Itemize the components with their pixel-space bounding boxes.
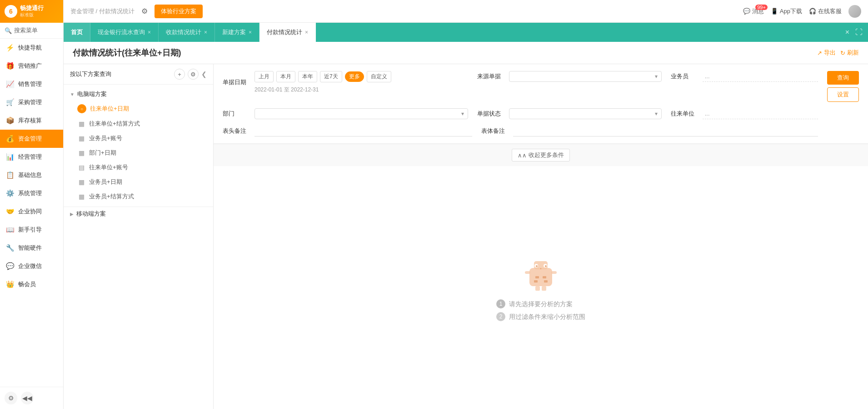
sidebar-collapse-btn[interactable]: ◀◀ [21,392,34,404]
sidebar-item-member[interactable]: 👑 畅会员 [0,275,63,293]
sidebar-settings-btn[interactable]: ⚙ [5,392,17,404]
tab-receipt-stats[interactable]: 收款情况统计 × [159,23,215,42]
scheme-item-active-icon: ○ [77,104,86,113]
salesman-input[interactable]: ... [703,71,818,82]
dept-select[interactable]: ▾ [254,108,468,119]
sidebar-item-purchase[interactable]: 🛒 采购管理 [0,93,63,111]
sales-icon: 📈 [5,80,15,89]
scheme-mobile-header[interactable]: ▶ 移动端方案 [64,207,213,221]
wechat-icon: 💬 [5,262,15,271]
export-btn[interactable]: ↗ 导出 [817,49,836,57]
svg-rect-9 [534,280,538,283]
scheme-add-btn[interactable]: + [174,69,185,80]
trial-btn[interactable]: 体验行业方案 [155,5,203,18]
service-icon: 🎧 [809,8,816,15]
date-last-month-btn[interactable]: 上月 [254,71,274,82]
date-buttons: 上月 本月 本年 近7天 更多 自定义 2022-01-0 [254,71,458,94]
date-7days-btn[interactable]: 近7天 [320,71,342,82]
dept-select-arrow: ▾ [461,111,464,117]
sidebar-item-system[interactable]: ⚙️ 系统管理 [0,184,63,202]
collapse-icon: ∧∧ [518,152,527,159]
logo-icon: 6 [5,5,17,18]
sidebar-item-wechat[interactable]: 💬 企业微信 [0,257,63,275]
scheme-desktop-header[interactable]: ▼ 电脑端方案 [64,87,213,101]
scheme-item-salesman-date[interactable]: ▦ 业务员+日期 [64,175,213,189]
tabs-maximize-btn[interactable]: ⛶ [853,26,864,38]
empty-robot-icon [518,252,564,298]
scheme-item-salesman-settle[interactable]: ▦ 业务员+结算方式 [64,189,213,204]
app-icon: 📱 [771,8,778,15]
sidebar-item-hardware[interactable]: 🔧 智能硬件 [0,239,63,257]
message-btn[interactable]: 💬 消息 99+ [743,7,764,15]
svg-rect-13 [535,286,540,291]
sidebar-item-guide[interactable]: 📖 新手引导 [0,221,63,239]
scheme-item-dept-date[interactable]: ▦ 部门+日期 [64,146,213,160]
date-range-text: 2022-01-01 至 2022-12-31 [254,86,319,93]
tab-cash-flow[interactable]: 现金银行流水查询 × [90,23,159,42]
scheme-settings-btn[interactable]: ⚙ [188,69,199,80]
sidebar-item-operations[interactable]: 📊 经营管理 [0,148,63,166]
user-avatar[interactable] [848,5,861,18]
app-download-btn[interactable]: 📱 App下载 [771,7,802,15]
desktop-arrow-icon: ▼ [70,92,75,97]
sidebar-item-enterprise[interactable]: 🤝 企业协同 [0,202,63,221]
sidebar-item-inventory[interactable]: 📦 库存核算 [0,111,63,130]
page-header: 付款情况统计(往来单位+日期) ↗ 导出 ↻ 刷新 [64,42,868,64]
more-conditions-bar: ∧∧ 收起更多条件 [214,144,868,166]
tab-new-scheme[interactable]: 新建方案 × [215,23,259,42]
search-icon: 🔍 [5,27,12,34]
right-panel: 单据日期 上月 本月 本年 近7天 更多 [214,64,868,409]
scheme-panel-header: 按以下方案查询 + ⚙ ❮ [64,64,213,85]
scheme-collapse-btn[interactable]: ❮ [201,71,207,78]
tab-payment-stats[interactable]: 付款情况统计 × [259,23,316,42]
empty-tips: 1 请先选择要分析的方案 2 用过滤条件来缩小分析范围 [496,298,585,323]
sidebar-item-basic-info[interactable]: 📋 基础信息 [0,166,63,184]
sidebar-item-finance[interactable]: 💰 资金管理 [0,130,63,148]
sidebar-item-marketing[interactable]: 🎁 营销推广 [0,57,63,75]
tabs-close-btn[interactable]: × [843,26,851,38]
date-this-month-btn[interactable]: 本月 [276,71,295,82]
settings-btn[interactable]: 设置 [827,87,859,102]
empty-tip-1: 1 请先选择要分析的方案 [496,298,585,310]
query-btn[interactable]: 查询 [827,71,859,85]
service-btn[interactable]: 🎧 在线客服 [809,7,842,15]
date-custom-btn[interactable]: 自定义 [367,71,391,82]
refresh-icon: ↻ [840,50,845,56]
date-this-year-btn[interactable]: 本年 [298,71,317,82]
scheme-item-partner-account[interactable]: ▤ 往来单位+账号 [64,160,213,175]
header-note-input[interactable] [254,126,472,136]
tab-payment-stats-close[interactable]: × [305,29,308,35]
tab-new-scheme-close[interactable]: × [249,29,252,35]
svg-rect-14 [542,286,546,291]
scheme-item-partner-settle[interactable]: ▦ 往来单位+结算方式 [64,116,213,131]
collapse-conditions-btn[interactable]: ∧∧ 收起更多条件 [512,149,570,162]
sidebar-item-sales[interactable]: 📈 销售管理 [0,75,63,93]
body-note-input[interactable] [513,126,818,136]
logo-text: 畅捷通行 标准版 [20,5,44,18]
tab-receipt-stats-close[interactable]: × [204,29,207,35]
message-badge: 99+ [755,5,768,10]
sidebar-search[interactable]: 🔍 搜索菜单 [0,23,63,39]
hardware-icon: 🔧 [5,243,15,252]
topbar-settings-icon[interactable]: ⚙ [141,7,148,15]
source-select[interactable]: ▾ [509,71,661,82]
page-actions: ↗ 导出 ↻ 刷新 [817,49,859,57]
empty-tip-2: 2 用过滤条件来缩小分析范围 [496,310,585,323]
svg-point-5 [536,265,538,267]
message-icon: 💬 [743,8,750,15]
tab-home[interactable]: 首页 [64,23,90,42]
partner-input[interactable]: ... [703,108,818,119]
doc-status-select[interactable]: ▾ [509,108,661,119]
filter-date-control: 上月 本月 本年 近7天 更多 自定义 2022-01-0 [254,71,468,94]
scheme-item-salesman-account[interactable]: ▦ 业务员+账号 [64,131,213,146]
date-more-btn[interactable]: 更多 [345,71,364,82]
svg-rect-11 [525,271,530,274]
scheme-item-partner-date[interactable]: ○ 往来单位+日期 [64,101,213,116]
filter-row-1: 单据日期 上月 本月 本年 近7天 更多 [223,71,859,102]
sidebar-item-quick-nav[interactable]: ⚡ 快捷导航 [0,39,63,57]
refresh-btn[interactable]: ↻ 刷新 [840,49,859,57]
purchase-icon: 🛒 [5,98,15,107]
tab-cash-flow-close[interactable]: × [148,29,151,35]
member-icon: 👑 [5,280,15,289]
sidebar: 6 畅捷通行 标准版 🔍 搜索菜单 ⚡ 快捷导航 🎁 营销推广 📈 销售管理 [0,0,64,409]
